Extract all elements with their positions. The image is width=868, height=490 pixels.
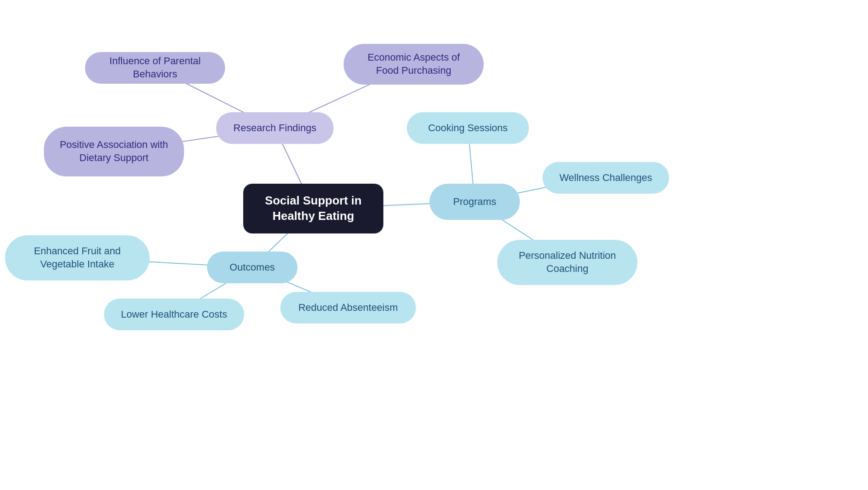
mind-map-container: Social Support in Healthy Eating Researc…	[0, 0, 868, 490]
node-positive-association[interactable]: Positive Association with Dietary Suppor…	[44, 127, 184, 176]
node-wellness-challenges[interactable]: Wellness Challenges	[542, 162, 669, 194]
node-outcomes[interactable]: Outcomes	[207, 252, 297, 283]
node-center[interactable]: Social Support in Healthy Eating	[243, 184, 383, 233]
node-influence-parental[interactable]: Influence of Parental Behaviors	[85, 52, 225, 84]
node-programs[interactable]: Programs	[429, 184, 520, 220]
node-personalized-nutrition[interactable]: Personalized Nutrition Coaching	[497, 240, 637, 285]
node-lower-healthcare[interactable]: Lower Healthcare Costs	[104, 299, 244, 330]
node-cooking-sessions[interactable]: Cooking Sessions	[407, 112, 529, 144]
node-reduced-absenteeism[interactable]: Reduced Absenteeism	[280, 292, 416, 323]
node-enhanced-fruit[interactable]: Enhanced Fruit and Vegetable Intake	[5, 235, 150, 281]
node-economic-aspects[interactable]: Economic Aspects of Food Purchasing	[344, 44, 484, 85]
node-research-findings[interactable]: Research Findings	[216, 112, 334, 144]
